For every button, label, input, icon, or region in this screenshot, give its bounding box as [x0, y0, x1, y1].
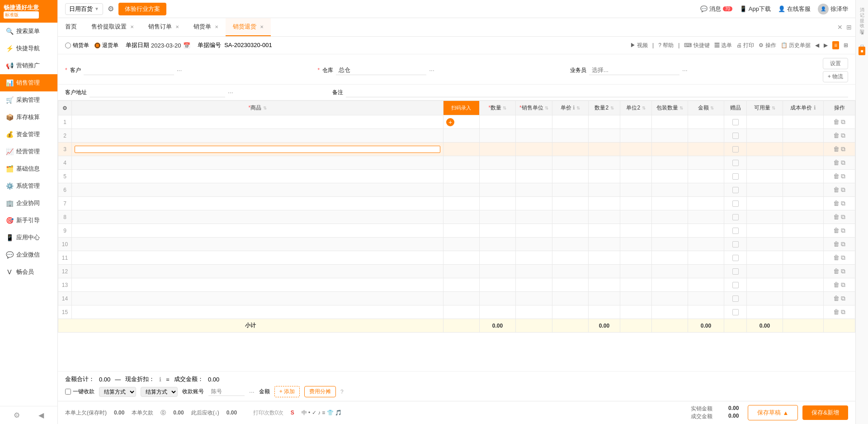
row-6-pack[interactable] — [652, 183, 688, 197]
sidebar-item-basic[interactable]: 🗂️ 基础信息 — [0, 160, 57, 177]
row-1-qty[interactable] — [479, 115, 515, 129]
row-copy-btn[interactable]: ⧉ — [841, 227, 845, 234]
row-6-cost[interactable] — [783, 183, 824, 197]
row-2-gift[interactable] — [724, 129, 747, 143]
view-grid-icon[interactable]: ⊞ — [844, 42, 848, 48]
save-new-btn[interactable]: 保存&新增 — [802, 405, 848, 420]
settings-btn[interactable]: 设置 — [823, 58, 848, 69]
row-8-unit[interactable] — [515, 210, 552, 224]
address-input[interactable] — [90, 87, 225, 97]
row-12-product[interactable] — [72, 265, 443, 278]
fee-info-icon[interactable]: ? — [340, 389, 344, 395]
topbar-gear-icon[interactable]: ⚙ — [108, 5, 114, 13]
sidebar-item-sales[interactable]: 📊 销售管理 — [0, 74, 57, 91]
row-12-gift[interactable] — [724, 265, 747, 278]
one-click-checkbox-input[interactable] — [65, 389, 71, 395]
customer-picker-btn[interactable]: ··· — [177, 67, 182, 74]
settle-method-select2[interactable]: 结算方式 — [141, 387, 178, 397]
sidebar-item-system[interactable]: ⚙️ 系统管理 — [0, 177, 57, 195]
row-delete-btn[interactable]: 🗑 — [833, 186, 840, 193]
row-5-qty[interactable] — [479, 170, 515, 183]
th-pack-sort-icon[interactable]: ⇅ — [679, 105, 683, 110]
row-4-product[interactable] — [72, 156, 443, 170]
date-value[interactable]: 2023-03-20 — [151, 42, 181, 49]
row-8-unit2[interactable] — [620, 210, 652, 224]
sidebar-item-enterprise[interactable]: 🏢 企业协同 — [0, 195, 57, 212]
right-panel-icon-6[interactable]: ★ — [859, 31, 864, 36]
row-delete-btn[interactable]: 🗑 — [833, 159, 840, 166]
tab-sales-order-close-icon[interactable]: ✕ — [175, 24, 179, 29]
row-15-gift[interactable] — [724, 305, 747, 319]
row-copy-btn[interactable]: ⧉ — [841, 118, 845, 126]
warehouse-input[interactable] — [336, 65, 426, 75]
row-12-avail[interactable] — [747, 265, 783, 278]
row-copy-btn[interactable]: ⧉ — [841, 132, 845, 139]
sidebar-item-member[interactable]: V 畅会员 — [0, 263, 57, 281]
row-4-avail[interactable] — [747, 156, 783, 170]
row-11-qty2[interactable] — [589, 251, 620, 265]
row-copy-btn[interactable]: ⧉ — [841, 172, 845, 180]
account-picker-btn[interactable]: ··· — [249, 388, 255, 395]
th-product-sort-icon[interactable]: ⇅ — [263, 105, 267, 110]
row-2-qty[interactable] — [479, 129, 515, 143]
row-13-amount[interactable] — [688, 278, 724, 292]
gift-checkbox[interactable] — [732, 241, 739, 248]
row-11-product[interactable] — [72, 251, 443, 265]
row-6-amount[interactable] — [688, 183, 724, 197]
row-15-price[interactable] — [552, 305, 589, 319]
row-copy-btn[interactable]: ⧉ — [841, 267, 845, 275]
select-btn[interactable]: ☰ 选单 — [714, 42, 732, 49]
row-3-product[interactable] — [72, 143, 443, 156]
row-15-qty2[interactable] — [589, 305, 620, 319]
save-draft-btn[interactable]: 保存草稿 ▲ — [748, 405, 798, 420]
row-9-amount[interactable] — [688, 224, 724, 238]
row-11-cost[interactable] — [783, 251, 824, 265]
settings-th-icon[interactable]: ⚙ — [62, 105, 67, 111]
th-settings[interactable]: ⚙ — [58, 101, 72, 115]
row-12-amount[interactable] — [688, 265, 724, 278]
row-delete-btn[interactable]: 🗑 — [833, 254, 840, 261]
online-service-btn[interactable]: 👤 在线客服 — [778, 5, 811, 13]
row-1-avail[interactable] — [747, 115, 783, 129]
sidebar-item-shortcut[interactable]: ⚡ 快捷导航 — [0, 40, 57, 57]
tab-price-settings-close-icon[interactable]: ✕ — [130, 24, 134, 29]
collapse-sidebar-icon[interactable]: ◀ — [38, 411, 44, 419]
row-5-unit2[interactable] — [620, 170, 652, 183]
row-13-qty[interactable] — [479, 278, 515, 292]
calendar-icon[interactable]: 📅 — [183, 42, 190, 49]
th-amount-sort-icon[interactable]: ⇅ — [710, 105, 714, 110]
row-6-avail[interactable] — [747, 183, 783, 197]
row-10-unit2[interactable] — [620, 238, 652, 251]
row-4-qty2[interactable] — [589, 156, 620, 170]
row-1-price[interactable] — [552, 115, 589, 129]
row-5-qty2[interactable] — [589, 170, 620, 183]
row-14-unit2[interactable] — [620, 292, 652, 305]
row-6-qty2[interactable] — [589, 183, 620, 197]
row-11-amount[interactable] — [688, 251, 724, 265]
row-5-price[interactable] — [552, 170, 589, 183]
row-8-amount[interactable] — [688, 210, 724, 224]
tab-sales-close-icon[interactable]: ✕ — [215, 24, 218, 29]
row-13-price[interactable] — [552, 278, 589, 292]
sidebar-item-search[interactable]: 🔍 搜索菜单 — [0, 23, 57, 40]
row-copy-btn[interactable]: ⧉ — [841, 145, 845, 153]
th-unit-sort-icon[interactable]: ⇅ — [545, 105, 548, 110]
gift-checkbox[interactable] — [732, 119, 739, 125]
row-2-unit[interactable] — [515, 129, 552, 143]
radio-return[interactable]: 退货单 — [94, 42, 118, 49]
row-copy-btn[interactable]: ⧉ — [841, 213, 845, 221]
row-9-product[interactable] — [72, 224, 443, 238]
row-14-amount[interactable] — [688, 292, 724, 305]
row-3-gift[interactable] — [724, 143, 747, 156]
radio-return-input[interactable] — [94, 43, 100, 48]
sidebar-item-purchase[interactable]: 🛒 采购管理 — [0, 91, 57, 109]
row-2-amount[interactable] — [688, 129, 724, 143]
row-14-qty[interactable] — [479, 292, 515, 305]
logistics-btn[interactable]: + 物流 — [823, 71, 848, 82]
category-select[interactable]: 日用百货 ▼ — [65, 3, 103, 15]
row-12-qty[interactable] — [479, 265, 515, 278]
row-copy-btn[interactable]: ⧉ — [841, 200, 845, 207]
gift-checkbox[interactable] — [732, 200, 739, 207]
row-12-unit[interactable] — [515, 265, 552, 278]
row-7-unit[interactable] — [515, 197, 552, 210]
